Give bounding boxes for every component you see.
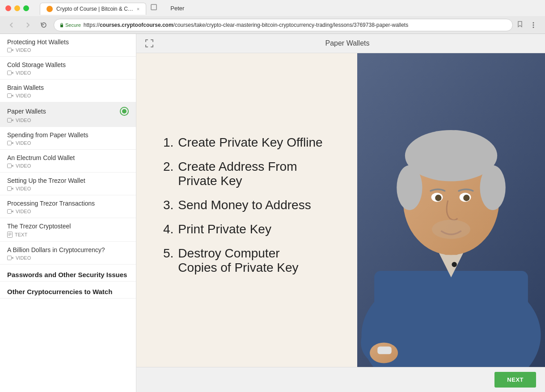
- svg-marker-20: [12, 211, 13, 213]
- slide-step-3: 3. Send Money to Address: [163, 198, 330, 212]
- sidebar-item-brain-wallets[interactable]: Brain Wallets VIDEO: [0, 80, 136, 102]
- title-bar: Crypto of Course | Bitcoin & C… × Peter: [0, 0, 545, 16]
- svg-rect-15: [8, 164, 12, 168]
- video-icon: [7, 209, 13, 214]
- bottom-bar: NEXT: [136, 367, 545, 392]
- step-num: 4.: [163, 222, 173, 236]
- sidebar-item-title: Processing Trezor Transactions: [7, 200, 129, 207]
- main-layout: Protecting Hot Wallets VIDEO Cold Storag…: [0, 34, 545, 392]
- new-tab-button[interactable]: [146, 1, 161, 15]
- step-text: Send Money to Address: [178, 198, 311, 212]
- svg-point-43: [452, 262, 456, 267]
- sidebar-item-spending-paper-wallets[interactable]: Spending from Paper Wallets VIDEO: [0, 127, 136, 150]
- minimize-button[interactable]: [14, 5, 20, 11]
- slide-step-2: 2. Create Address From Private Key: [163, 160, 330, 188]
- slide-step-4: 4. Print Private Key: [163, 222, 330, 236]
- address-url: https://courses.cryptoofcourse.com/cours…: [84, 22, 408, 28]
- sidebar-item-title: Cold Storage Wallets: [7, 61, 129, 68]
- svg-point-39: [463, 195, 469, 201]
- menu-button[interactable]: [527, 19, 540, 31]
- sidebar-item-meta: VIDEO: [7, 140, 129, 146]
- svg-rect-1: [60, 25, 63, 27]
- sidebar-item-setting-up-trezor[interactable]: Setting Up the Trezor Wallet VIDEO: [0, 173, 136, 195]
- next-button[interactable]: NEXT: [494, 372, 536, 388]
- svg-point-34: [397, 165, 422, 210]
- sidebar-item-electrum-cold-wallet[interactable]: An Electrum Cold Wallet VIDEO: [0, 150, 136, 173]
- sidebar-item-meta: VIDEO: [7, 255, 129, 261]
- maximize-button[interactable]: [23, 5, 29, 11]
- sidebar-item-title: An Electrum Cold Wallet: [7, 154, 129, 161]
- svg-rect-42: [377, 346, 392, 354]
- video-icon: [7, 186, 13, 191]
- svg-marker-12: [12, 119, 13, 122]
- bookmark-button[interactable]: [516, 21, 524, 30]
- window-controls: [5, 5, 29, 11]
- content-header: Paper Wallets: [136, 34, 545, 53]
- active-tab[interactable]: Crypto of Course | Bitcoin & C… ×: [40, 3, 146, 15]
- svg-marker-6: [12, 49, 13, 51]
- back-button[interactable]: [5, 19, 18, 31]
- video-icon: [7, 141, 13, 145]
- address-bar: Secure https://courses.cryptoofcourse.co…: [0, 16, 545, 34]
- svg-point-4: [533, 26, 534, 28]
- sidebar-item-meta: TEXT: [7, 232, 129, 238]
- sidebar-item-title: Protecting Hot Wallets: [7, 38, 129, 46]
- svg-point-40: [432, 219, 470, 239]
- step-text: Create Private Key Offline: [178, 135, 322, 150]
- svg-rect-5: [8, 48, 12, 52]
- section-header-passwords: Passwords and Other Security Issues: [0, 265, 136, 282]
- step-text: Destroy Computer Copies of Private Key: [178, 246, 321, 275]
- refresh-button[interactable]: [38, 19, 50, 31]
- svg-marker-16: [12, 165, 13, 167]
- sidebar-item-billion-dollars[interactable]: A Billion Dollars in Cryptocurrency? VID…: [0, 242, 136, 265]
- expand-button[interactable]: [145, 39, 153, 47]
- presenter-area: [357, 53, 545, 367]
- browser-chrome: Crypto of Course | Bitcoin & C… × Peter: [0, 0, 545, 34]
- sidebar: Protecting Hot Wallets VIDEO Cold Storag…: [0, 34, 136, 392]
- sidebar-item-meta: VIDEO: [7, 186, 129, 191]
- slide-list: 1. Create Private Key Offline 2. Create …: [163, 135, 330, 285]
- secure-badge: Secure: [59, 22, 81, 28]
- sidebar-item-title: A Billion Dollars in Cryptocurrency?: [7, 246, 129, 253]
- progress-circle: [120, 107, 129, 116]
- slide-step-5: 5. Destroy Computer Copies of Private Ke…: [163, 246, 330, 275]
- forward-button[interactable]: [21, 19, 34, 31]
- step-num: 3.: [163, 198, 173, 212]
- progress-circle-inner: [122, 109, 127, 114]
- svg-rect-11: [8, 118, 12, 122]
- tab-close-icon[interactable]: ×: [137, 6, 139, 12]
- svg-rect-9: [8, 94, 12, 98]
- expand-icon: [145, 39, 153, 47]
- video-icon: [7, 93, 13, 98]
- svg-point-38: [435, 195, 441, 201]
- video-icon: [7, 48, 13, 52]
- svg-rect-17: [8, 187, 12, 191]
- sidebar-item-title: Brain Wallets: [7, 84, 129, 91]
- video-icon: [7, 71, 13, 75]
- text-doc-icon: [7, 232, 13, 238]
- svg-marker-14: [12, 142, 13, 144]
- sidebar-item-trezor-cryptosteel[interactable]: The Trezor Cryptosteel TEXT: [0, 218, 136, 242]
- presenter-illustration: [357, 53, 545, 367]
- svg-point-2: [533, 22, 534, 23]
- svg-rect-19: [8, 210, 12, 214]
- sidebar-item-title: Spending from Paper Wallets: [7, 131, 129, 139]
- sidebar-item-processing-trezor[interactable]: Processing Trezor Transactions VIDEO: [0, 195, 136, 218]
- step-num: 2.: [163, 160, 173, 188]
- close-button[interactable]: [5, 5, 11, 11]
- sidebar-item-meta: VIDEO: [7, 93, 129, 98]
- svg-rect-25: [8, 256, 12, 260]
- content-area: Paper Wallets 1. Create Private Key Offl…: [136, 34, 545, 392]
- sidebar-item-cold-storage-wallets[interactable]: Cold Storage Wallets VIDEO: [0, 57, 136, 80]
- svg-marker-10: [12, 95, 13, 97]
- sidebar-item-title: Paper Wallets: [7, 107, 129, 116]
- step-num: 1.: [163, 135, 173, 150]
- video-container: 1. Create Private Key Offline 2. Create …: [136, 53, 545, 367]
- sidebar-item-protecting-hot-wallets[interactable]: Protecting Hot Wallets VIDEO: [0, 34, 136, 57]
- video-icon: [7, 118, 13, 122]
- svg-rect-13: [8, 141, 12, 145]
- lock-icon: [59, 22, 64, 28]
- address-input[interactable]: Secure https://courses.cryptoofcourse.co…: [54, 19, 513, 31]
- sidebar-item-paper-wallets[interactable]: Paper Wallets VIDEO: [0, 102, 136, 127]
- video-icon: [7, 256, 13, 260]
